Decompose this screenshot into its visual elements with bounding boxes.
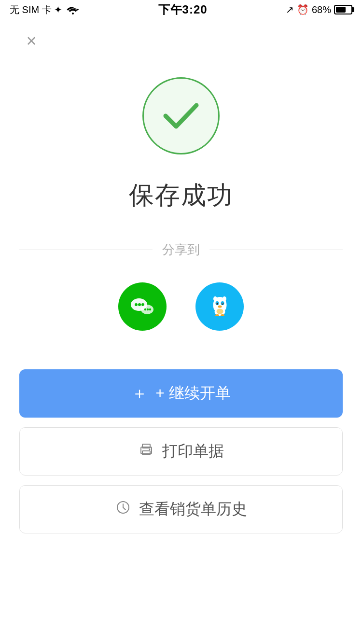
share-label: 分享到 [162,241,200,258]
svg-point-16 [222,303,223,304]
divider-left [19,250,153,250]
svg-point-2 [135,303,138,306]
continue-label: + 继续开单 [155,383,231,404]
print-label: 打印单据 [162,441,224,462]
svg-point-3 [138,303,141,306]
svg-point-7 [147,308,149,310]
share-divider: 分享到 [19,241,343,258]
main-content: × 保存成功 分享到 [0,19,362,644]
svg-point-6 [144,308,146,310]
svg-point-19 [216,308,223,314]
share-wechat-button[interactable] [118,282,167,331]
svg-point-0 [72,13,74,14]
svg-point-17 [218,305,222,308]
svg-point-15 [216,303,217,304]
svg-point-23 [223,296,226,301]
close-icon: × [26,32,36,50]
status-time: 下午3:20 [158,2,208,17]
svg-point-14 [222,303,223,305]
qq-icon [207,294,233,320]
divider-right [209,250,343,250]
svg-point-21 [221,314,224,316]
printer-icon [138,441,154,462]
svg-point-22 [213,296,217,301]
svg-point-8 [149,308,151,310]
plus-icon: ＋ [131,382,148,405]
battery-percent: 68% [312,4,331,15]
status-right: ↗ ⏰ 68% [286,4,352,15]
wifi-icon [66,5,80,14]
status-left: 无 SIM 卡 ✦ [10,3,80,16]
print-button[interactable]: 打印单据 [19,427,343,476]
no-sim-text: 无 SIM 卡 ✦ [10,3,62,16]
svg-point-27 [149,449,151,450]
status-bar: 无 SIM 卡 ✦ 下午3:20 ↗ ⏰ 68% [0,0,362,19]
svg-point-20 [215,314,219,316]
history-icon [115,499,131,519]
share-icons [118,282,244,331]
svg-point-13 [216,303,218,305]
close-button[interactable]: × [19,29,43,53]
success-title: 保存成功 [129,179,233,212]
continue-button[interactable]: ＋ + 继续开单 [19,369,343,418]
history-label: 查看销货单历史 [139,499,247,520]
share-qq-button[interactable] [195,282,244,331]
alarm-icon: ⏰ [297,4,309,15]
history-button[interactable]: 查看销货单历史 [19,485,343,533]
checkmark-icon [162,101,200,130]
wechat-icon [128,292,157,321]
success-circle [142,77,220,154]
action-buttons: ＋ + 继续开单 打印单据 查看销货单历 [19,369,343,533]
battery-icon [334,5,352,14]
location-icon: ↗ [286,4,294,15]
